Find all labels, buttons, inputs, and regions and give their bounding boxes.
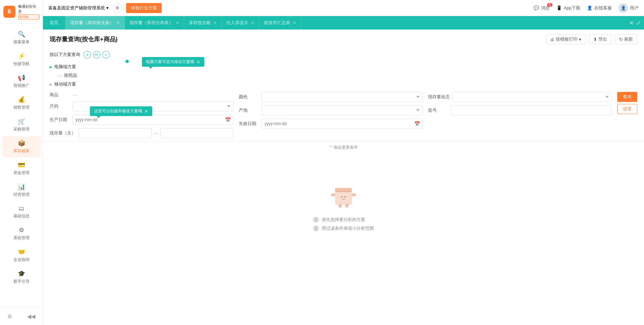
tip-num-2: 2 bbox=[313, 225, 319, 231]
tree-item-mobile-scheme[interactable]: ▶ 移动端方案 bbox=[50, 80, 637, 89]
sidebar-item-label-inventory: 库存核算 bbox=[13, 148, 30, 154]
tab-batch-account[interactable]: 库存批次账 ✕ bbox=[184, 16, 222, 30]
tab-inventory-status-close[interactable]: ✕ bbox=[116, 20, 120, 25]
arrow-scheme-button[interactable]: « bbox=[102, 51, 110, 58]
filter-col3: 现存量状态 批号 bbox=[428, 92, 612, 138]
add-scheme-button[interactable]: + bbox=[84, 51, 91, 58]
empty-tips: 1 请先选择要分析的方案 2 用过滤条件来缩小分析范围 bbox=[313, 217, 374, 231]
system-settings-button[interactable]: ⚙ bbox=[113, 3, 122, 13]
tab-inout-flow-close[interactable]: ✕ bbox=[251, 20, 254, 25]
empty-illustration bbox=[327, 180, 360, 210]
sidebar-nav: 🔍 搜索菜单 ⚡ 快捷导航 📢 营销推广 💰 销售管理 🛒 采购管理 📦 库存核… bbox=[0, 24, 43, 308]
sidebar-item-finance[interactable]: 💳 资金管理 bbox=[2, 158, 41, 179]
set-button[interactable]: 设置 bbox=[617, 104, 637, 114]
svg-point-2 bbox=[338, 193, 348, 202]
goods-dots-icon[interactable]: ··· bbox=[72, 92, 77, 98]
batch-input[interactable] bbox=[451, 105, 612, 115]
sidebar-item-purchase[interactable]: 🛒 采购管理 bbox=[2, 114, 41, 136]
inv-status-select[interactable] bbox=[452, 92, 612, 102]
origin-select[interactable] bbox=[262, 105, 423, 115]
color-select[interactable] bbox=[262, 92, 423, 102]
edit-scheme-button[interactable]: ✏ bbox=[93, 51, 100, 58]
tab-receipt-summary[interactable]: 收发存汇总表 ✕ bbox=[259, 16, 301, 30]
tip-text-2: 用过滤条件来缩小分析范围 bbox=[322, 225, 374, 231]
sidebar-item-marketing[interactable]: 📢 营销推广 bbox=[2, 71, 41, 92]
tree-item-child-scheme[interactable]: — 按照品 bbox=[50, 71, 637, 80]
user-menu-button[interactable]: 👤 用户 bbox=[619, 3, 639, 13]
online-service-button[interactable]: 👤 在线客服 bbox=[587, 5, 612, 11]
sidebar-item-label-purchase: 采购管理 bbox=[13, 126, 30, 132]
sidebar-item-enterprise[interactable]: 🤝 企业协同 bbox=[2, 245, 41, 266]
filter-row-goods: 商品 ··· bbox=[50, 92, 233, 98]
logo-area: 6 畅通好好生意 标准版 bbox=[0, 0, 43, 24]
content-area: 现存量查询(按仓库+商品) 🖨 按模板打印 ▾ ⬆ 导出 ↻ 刷新 bbox=[43, 30, 644, 325]
refresh-button[interactable]: ↻ 刷新 bbox=[615, 34, 637, 44]
sidebar-item-label-system: 系统管理 bbox=[13, 235, 30, 241]
tab-close-all-icon[interactable]: ✕ bbox=[629, 20, 634, 26]
sidebar-settings-btn[interactable]: ⚙ bbox=[6, 312, 13, 321]
svg-rect-8 bbox=[352, 194, 356, 196]
tooltip-scheme-close[interactable]: ✕ bbox=[196, 59, 200, 65]
sidebar-item-system[interactable]: ⚙ 系统管理 bbox=[2, 223, 41, 244]
sidebar-item-inventory[interactable]: 📦 库存核算 bbox=[2, 136, 41, 157]
notification-button[interactable]: 💬 消息 6 bbox=[534, 5, 550, 11]
finance-nav-icon: 💳 bbox=[18, 161, 25, 169]
quick-nav-icon: ⚡ bbox=[18, 52, 25, 60]
system-title-dropdown[interactable]: 装备及固定资产辅助管理系统 ▾ bbox=[48, 5, 109, 11]
export-icon: ⬆ bbox=[593, 37, 597, 42]
app-download-button[interactable]: 📱 App下载 bbox=[556, 5, 580, 11]
sales-nav-icon: 💰 bbox=[18, 96, 25, 103]
prod-date-label: 生产日期 bbox=[50, 117, 70, 123]
qty-min-input[interactable] bbox=[78, 128, 152, 138]
sidebar-item-guide[interactable]: 🎓 新手引导 bbox=[2, 267, 41, 288]
marketing-nav-icon: 📢 bbox=[18, 74, 25, 82]
sidebar-item-quick[interactable]: ⚡ 快捷导航 bbox=[2, 49, 41, 70]
tab-inventory-dist[interactable]: 现存量（库存分布表） ✕ bbox=[125, 16, 184, 30]
tab-inventory-status[interactable]: 现存量（库存状况表） ✕ bbox=[65, 16, 125, 30]
expiry-date-wrapper: 📅 bbox=[262, 119, 423, 129]
tip-num-1: 1 bbox=[313, 217, 319, 223]
purchase-nav-icon: 🛒 bbox=[18, 118, 25, 125]
inv-status-label: 现存量状态 bbox=[428, 94, 450, 100]
sidebar: 6 畅通好好生意 标准版 🔍 搜索菜单 ⚡ 快捷导航 📢 营销推广 💰 销售管理… bbox=[0, 0, 43, 325]
sidebar-item-basic[interactable]: 🗂 基础信息 bbox=[2, 202, 41, 222]
expiry-date-calendar-icon[interactable]: 📅 bbox=[414, 121, 420, 126]
main-area: 装备及固定资产辅助管理系统 ▾ ⚙ 体验行业方案 💬 消息 6 📱 App下载 … bbox=[43, 0, 644, 325]
tab-maximize-icon[interactable]: ⤢ bbox=[636, 20, 641, 26]
tab-inventory-status-label: 现存量（库存状况表） bbox=[70, 20, 114, 26]
expiry-date-input[interactable] bbox=[262, 119, 423, 129]
tab-inventory-dist-label: 现存量（库存分布表） bbox=[129, 20, 173, 26]
sidebar-item-label-basic: 基础信息 bbox=[13, 213, 30, 219]
top-header: 装备及固定资产辅助管理系统 ▾ ⚙ 体验行业方案 💬 消息 6 📱 App下载 … bbox=[43, 0, 644, 16]
prod-date-calendar-icon[interactable]: 📅 bbox=[225, 117, 231, 122]
query-button[interactable]: 查询 bbox=[617, 92, 637, 102]
filter-row-batch: 批号 bbox=[428, 105, 612, 115]
bell-icon: 💬 bbox=[534, 5, 539, 10]
print-template-button[interactable]: 🖨 按模板打印 ▾ bbox=[546, 34, 586, 44]
tab-receipt-summary-close[interactable]: ✕ bbox=[293, 20, 296, 25]
qty-max-input[interactable] bbox=[160, 128, 234, 138]
tab-inout-flow[interactable]: 出入库流水 ✕ bbox=[222, 16, 259, 30]
tab-batch-account-close[interactable]: ✕ bbox=[213, 20, 217, 25]
svg-rect-6 bbox=[345, 204, 348, 208]
sidebar-item-search[interactable]: 🔍 搜索菜单 bbox=[2, 27, 41, 48]
sidebar-collapse-btn[interactable]: ◀◀ bbox=[26, 312, 37, 321]
sidebar-item-sales[interactable]: 💰 销售管理 bbox=[2, 93, 41, 114]
refresh-icon: ↻ bbox=[619, 37, 623, 42]
page-title: 现存量查询(按仓库+商品) bbox=[50, 35, 118, 43]
sidebar-item-operations[interactable]: 📊 经营管理 bbox=[2, 180, 41, 201]
tooltip-edit-text: 这里可以创建和修改方案哦 bbox=[94, 108, 142, 114]
filter-row-origin: 产地 bbox=[239, 105, 423, 115]
tab-batch-account-label: 库存批次账 bbox=[189, 20, 211, 26]
export-button[interactable]: ⬆ 导出 bbox=[589, 34, 611, 44]
tree-arrow-mobile: ▶ bbox=[50, 83, 52, 86]
tab-inventory-dist-close[interactable]: ✕ bbox=[176, 20, 179, 25]
tab-home[interactable]: 首页 bbox=[43, 16, 65, 30]
qty-label: 现存量（主） bbox=[50, 130, 76, 136]
collapse-bar[interactable]: ⌃ 收起更多条件 bbox=[43, 142, 644, 153]
experience-button[interactable]: 体验行业方案 bbox=[126, 3, 162, 13]
svg-point-4 bbox=[344, 196, 346, 198]
tree-item-pc-scheme[interactable]: ▶ 电脑端方案 bbox=[50, 62, 637, 71]
query-btn-group: 查询 设置 bbox=[617, 92, 637, 138]
tooltip-edit-close[interactable]: ✕ bbox=[144, 109, 148, 114]
